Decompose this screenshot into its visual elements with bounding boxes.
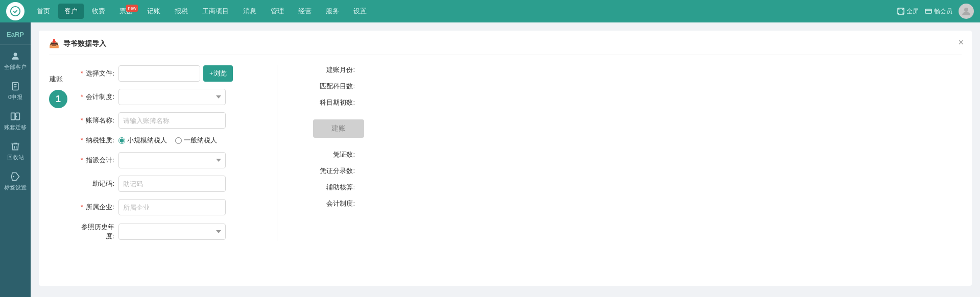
svg-rect-6 bbox=[11, 113, 15, 119]
svg-point-8 bbox=[13, 176, 14, 178]
build-btn-area: 建账 bbox=[313, 119, 446, 138]
nav-tax[interactable]: 报税 bbox=[169, 4, 194, 19]
page-title: 导爷数据导入 bbox=[63, 39, 106, 48]
fullscreen-label: 全屏 bbox=[906, 7, 919, 16]
nav-customer[interactable]: 客户 bbox=[58, 4, 84, 19]
info-voucher-count: 凭证数: bbox=[313, 150, 446, 159]
vip-button[interactable]: 畅会员 bbox=[925, 7, 952, 16]
reference-year-select[interactable] bbox=[118, 224, 226, 240]
nav-operation[interactable]: 经营 bbox=[292, 4, 318, 19]
accounting-system-select[interactable] bbox=[118, 89, 226, 105]
sidebar-logo: EaRP bbox=[0, 27, 31, 45]
page-container: 📥 导爷数据导入 × 建账 1 bbox=[39, 31, 972, 286]
tax-type-small[interactable]: 小规模纳税人 bbox=[118, 136, 167, 145]
memo-code-label: 助记码: bbox=[78, 179, 118, 188]
top-nav: 首页 客户 收费 票据 new 记账 报税 工商项目 消息 管理 经营 服务 设… bbox=[0, 0, 980, 22]
right-panel: 建账月份: 匹配科目数: 科目期初数: 建 bbox=[293, 65, 446, 241]
nav-management[interactable]: 管理 bbox=[265, 4, 290, 19]
page-header: 📥 导爷数据导入 bbox=[49, 39, 962, 55]
divider bbox=[277, 65, 277, 241]
build-account-button[interactable]: 建账 bbox=[313, 119, 364, 138]
file-input-group: +浏览 bbox=[118, 65, 233, 82]
nav-message[interactable]: 消息 bbox=[237, 4, 262, 19]
sidebar-item-label: 全部客户 bbox=[4, 63, 27, 71]
step-badge: 1 bbox=[49, 90, 67, 108]
vip-label: 畅会员 bbox=[934, 7, 952, 16]
svg-rect-2 bbox=[925, 9, 931, 13]
nav-industrial[interactable]: 工商项目 bbox=[196, 4, 235, 19]
select-file-row: * 选择文件: +浏览 bbox=[78, 65, 261, 82]
nav-billing[interactable]: 收费 bbox=[86, 4, 111, 19]
info-match-subjects-label: 匹配科目数: bbox=[313, 82, 359, 91]
main-content: 📥 导爷数据导入 × 建账 1 bbox=[31, 22, 980, 297]
sidebar-item-declaration[interactable]: 0申报 bbox=[2, 77, 29, 105]
nav-invoice[interactable]: 票据 new bbox=[113, 4, 139, 19]
sidebar-item-recycle[interactable]: 回收站 bbox=[2, 137, 29, 165]
svg-point-3 bbox=[964, 8, 968, 12]
info-subject-initial: 科目期初数: bbox=[313, 98, 446, 107]
info-match-subjects: 匹配科目数: bbox=[313, 82, 446, 91]
accounting-system-label: * 会计制度: bbox=[78, 92, 118, 102]
info-accounting-system2-label: 会计制度: bbox=[313, 199, 359, 208]
import-icon: 📥 bbox=[49, 39, 59, 48]
nav-service[interactable]: 服务 bbox=[320, 4, 345, 19]
nav-settings[interactable]: 设置 bbox=[347, 4, 373, 19]
sidebar-item-label: 回收站 bbox=[7, 154, 24, 161]
close-button[interactable]: × bbox=[958, 38, 964, 47]
sidebar-item-label: 账套迁移 bbox=[4, 123, 27, 131]
info-voucher-entries: 凭证分录数: bbox=[313, 166, 446, 176]
user-avatar[interactable] bbox=[959, 4, 974, 19]
sidebar-item-label: 0申报 bbox=[8, 93, 22, 101]
svg-point-0 bbox=[11, 7, 20, 16]
sidebar-item-account-migration[interactable]: 账套迁移 bbox=[2, 107, 29, 135]
tax-type-general[interactable]: 一般纳税人 bbox=[175, 136, 217, 145]
info-panel: 建账月份: 匹配科目数: 科目期初数: 建 bbox=[313, 65, 446, 208]
owned-company-label: * 所属企业: bbox=[78, 203, 118, 212]
assigned-accountant-label: * 指派会计: bbox=[78, 156, 118, 165]
nav-right: 全屏 畅会员 bbox=[897, 4, 974, 19]
form-layout: 建账 1 * 选择文件: bbox=[49, 65, 962, 241]
owned-company-row: * 所属企业: bbox=[78, 199, 261, 215]
app-logo[interactable] bbox=[6, 2, 25, 20]
reference-year-row: 参照历史年度: bbox=[78, 222, 261, 241]
info-subject-initial-label: 科目期初数: bbox=[313, 98, 359, 107]
nav-home[interactable]: 首页 bbox=[31, 4, 56, 19]
svg-point-4 bbox=[14, 53, 17, 56]
sidebar-item-tag-settings[interactable]: 标签设置 bbox=[2, 167, 29, 195]
form-left: 建账 1 * 选择文件: bbox=[49, 65, 261, 241]
sidebar: EaRP 全部客户 0申报 账套迁移 回收站 标签设置 bbox=[0, 22, 31, 297]
fullscreen-button[interactable]: 全屏 bbox=[897, 7, 919, 16]
memo-code-input[interactable] bbox=[118, 176, 226, 192]
account-name-input[interactable] bbox=[118, 112, 226, 129]
info-account-month: 建账月份: bbox=[313, 65, 446, 75]
sidebar-item-label: 标签设置 bbox=[4, 184, 27, 191]
step-label: 建账 bbox=[50, 75, 63, 84]
file-input[interactable] bbox=[118, 65, 200, 82]
info-aux-accounting: 辅助核算: bbox=[313, 183, 446, 192]
assigned-accountant-select[interactable] bbox=[118, 152, 226, 168]
reference-year-label: 参照历史年度: bbox=[78, 222, 118, 241]
owned-company-input[interactable] bbox=[118, 199, 226, 215]
tax-type-row: * 纳税性质: 小规模纳税人 一般纳税人 bbox=[78, 136, 261, 145]
memo-code-row: 助记码: bbox=[78, 176, 261, 192]
browse-button[interactable]: +浏览 bbox=[203, 65, 233, 82]
account-name-row: * 账簿名称: bbox=[78, 112, 261, 129]
invoice-badge: new bbox=[126, 5, 138, 12]
accounting-system-row: * 会计制度: bbox=[78, 89, 261, 105]
tax-type-radio-group: 小规模纳税人 一般纳税人 bbox=[118, 136, 217, 145]
form-fields: * 选择文件: +浏览 * 会计制度: bbox=[78, 65, 261, 241]
sidebar-item-all-customers[interactable]: 全部客户 bbox=[2, 47, 29, 75]
account-name-label: * 账簿名称: bbox=[78, 116, 118, 125]
select-file-label: * 选择文件: bbox=[78, 69, 118, 78]
info-account-month-label: 建账月份: bbox=[313, 65, 359, 75]
assigned-accountant-row: * 指派会计: bbox=[78, 152, 261, 168]
nav-accounting[interactable]: 记账 bbox=[141, 4, 166, 19]
info-voucher-entries-label: 凭证分录数: bbox=[313, 166, 359, 176]
info-voucher-count-label: 凭证数: bbox=[313, 150, 359, 159]
tax-type-label: * 纳税性质: bbox=[78, 136, 118, 145]
layout: EaRP 全部客户 0申报 账套迁移 回收站 标签设置 📥 导爷 bbox=[0, 22, 980, 297]
info-aux-accounting-label: 辅助核算: bbox=[313, 183, 359, 192]
info-accounting-system2: 会计制度: bbox=[313, 199, 446, 208]
